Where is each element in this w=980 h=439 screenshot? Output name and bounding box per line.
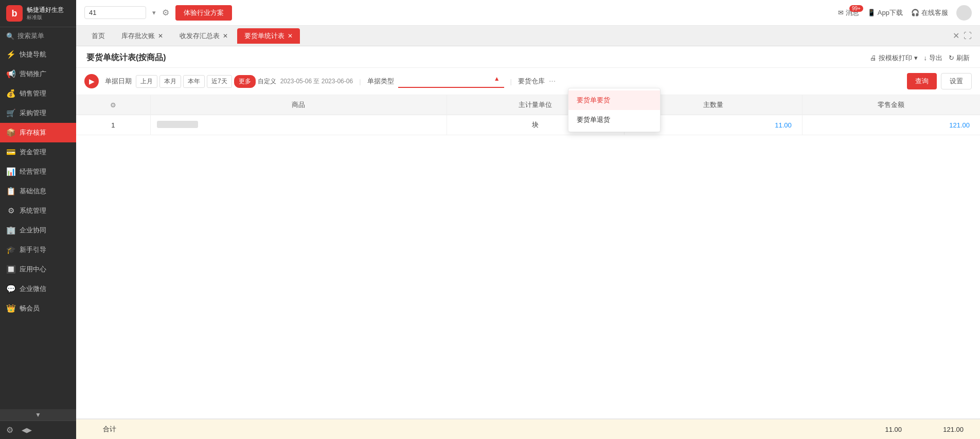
filter-separator-2: | [510,78,512,85]
type-selector-input[interactable] [398,75,504,88]
dropdown-option-0[interactable]: 要货单要货 [568,90,660,110]
sidebar-item-label: 快捷导航 [20,50,46,59]
sidebar-bottom: ⚙ ◀▶ [0,420,76,439]
system-icon: ⚙ [6,206,15,215]
print-template-btn[interactable]: 🖨 按模板打印 ▾ [870,53,918,63]
sidebar-item-label: 应用中心 [20,265,46,274]
export-icon: ↓ [924,54,928,62]
sidebar-item-appstore[interactable]: 🔲 应用中心 [0,260,76,279]
tab-home-label: 首页 [92,31,105,41]
tab-order-stats-label: 要货单统计表 [244,31,284,41]
retail-amount-link[interactable]: 121.00 [949,121,970,129]
app-logo-icon: b [6,5,23,22]
tab-receipt-summary-close[interactable]: ✕ [223,32,228,40]
filter-expand-btn[interactable]: ▶ [84,74,99,88]
sidebar-item-purchase[interactable]: 🛒 采购管理 [0,103,76,123]
7days-btn[interactable]: 近7天 [207,75,232,88]
sidebar-item-wechat[interactable]: 💬 企业微信 [0,279,76,299]
more-dates-btn[interactable]: 更多 [234,75,256,88]
app-edition: 标准版 [27,14,64,21]
sidebar-item-label: 企业微信 [20,284,46,294]
this-month-btn[interactable]: 本月 [159,75,181,88]
appstore-icon: 🔲 [6,265,15,274]
quantity-link[interactable]: 11.00 [775,121,792,129]
guide-icon: 🎓 [6,245,15,254]
sidebar-item-label: 企业协同 [20,226,46,235]
app-download-btn[interactable]: 📱 App下载 [867,8,903,17]
sidebar-scroll-down[interactable]: ▼ [0,409,76,420]
tab-receipt-summary[interactable]: 收发存汇总表 ✕ [172,28,235,44]
tab-inventory-batch-close[interactable]: ✕ [158,32,163,40]
main-area: ▾ ⚙ 体验行业方案 ✉ 消息 99+ 📱 App下载 🎧 在线客服 首页 [76,0,980,439]
export-btn[interactable]: ↓ 导出 [924,53,943,63]
tab-order-stats[interactable]: 要货单统计表 ✕ [237,28,300,44]
tab-more-icon[interactable]: ✕ [953,31,959,41]
filter-bar: ▶ 单据日期 上月 本月 本年 近7天 更多 自定义 2023-05-06 至 … [76,68,980,95]
settings-btn[interactable]: 设置 [941,73,972,89]
messages-btn[interactable]: ✉ 消息 99+ [838,8,859,17]
base-icon: 📋 [6,187,15,196]
online-service-btn[interactable]: 🎧 在线客服 [911,8,948,17]
sidebar-item-operations[interactable]: 📊 经营管理 [0,162,76,181]
sidebar-nav: ⚡ 快捷导航 📢 营销推广 💰 销售管理 🛒 采购管理 📦 库存核算 💳 资金管… [0,45,76,409]
sidebar-search[interactable]: 🔍 搜索菜单 [0,27,76,45]
tab-expand-icon[interactable]: ⛶ [964,31,972,41]
sidebar-item-label: 基础信息 [20,187,46,196]
sidebar-item-marketing[interactable]: 📢 营销推广 [0,64,76,84]
operations-icon: 📊 [6,167,15,176]
tab-home[interactable]: 首页 [84,28,112,44]
app-download-label: App下载 [878,8,903,17]
trial-btn[interactable]: 体验行业方案 [175,5,232,21]
table-header-row: ⚙ 商品 主计量单位 主数量 零售金额 [76,95,980,115]
sidebar-item-guide[interactable]: 🎓 新手引导 [0,240,76,260]
table-container: ⚙ 商品 主计量单位 主数量 零售金额 1 块 [76,95,980,418]
tab-receipt-summary-label: 收发存汇总表 [180,31,220,41]
column-settings-icon[interactable]: ⚙ [110,101,116,109]
print-template-label: 按模板打印 [879,53,912,63]
topbar-gear-icon[interactable]: ⚙ [162,8,169,17]
sidebar-item-quick-nav[interactable]: ⚡ 快捷导航 [0,45,76,64]
query-btn[interactable]: 查询 [907,73,937,89]
tab-inventory-batch[interactable]: 库存批次账 ✕ [114,28,170,44]
tab-inventory-batch-label: 库存批次账 [121,31,155,41]
online-service-label: 在线客服 [921,8,948,17]
chevron-down-icon: ▾ [152,9,156,16]
dropdown-option-1[interactable]: 要货单退货 [568,110,660,130]
refresh-label: 刷新 [956,53,970,63]
sales-icon: 💰 [6,89,15,98]
sidebar-item-member[interactable]: 👑 畅会员 [0,299,76,318]
last-month-btn[interactable]: 上月 [136,75,157,88]
refresh-btn[interactable]: ↻ 刷新 [949,53,970,63]
sidebar-item-label: 系统管理 [20,206,46,215]
sidebar-item-inventory[interactable]: 📦 库存核算 [0,123,76,142]
product-placeholder [157,121,198,128]
custom-date-btn[interactable]: 自定义 [258,77,276,86]
row-retail-amount: 121.00 [802,115,980,135]
sidebar-item-finance[interactable]: 💳 资金管理 [0,142,76,162]
export-label: 导出 [929,53,942,63]
settings-icon[interactable]: ⚙ [6,425,13,435]
type-selector-group: 单据类型 ▲ 要货单要货 要货单退货 [367,75,504,88]
sidebar-item-label: 营销推广 [20,69,46,79]
sidebar-item-sales[interactable]: 💰 销售管理 [0,84,76,103]
row-index: 1 [76,115,150,135]
collapse-icon[interactable]: ◀▶ [22,426,32,434]
this-year-btn[interactable]: 本年 [183,75,205,88]
topbar-right: ✉ 消息 99+ 📱 App下载 🎧 在线客服 [838,5,972,21]
print-chevron-icon: ▾ [914,54,918,62]
tab-order-stats-close[interactable]: ✕ [288,32,293,40]
wechat-icon: 💬 [6,284,15,294]
sidebar-item-enterprise[interactable]: 🏢 企业协同 [0,221,76,240]
warehouse-more-icon[interactable]: ··· [549,77,556,86]
sidebar-item-label: 销售管理 [20,89,46,98]
sidebar-item-base[interactable]: 📋 基础信息 [0,181,76,201]
refresh-icon: ↻ [949,54,954,62]
user-avatar[interactable] [956,5,972,21]
col-retail-amount: 零售金额 [802,95,980,115]
app-name: 畅捷通好生意 [27,6,64,14]
footer-retail-amount: 121.00 [912,426,974,433]
date-filter-label: 单据日期 [105,77,132,86]
type-selector-arrow-icon[interactable]: ▲ [494,75,500,82]
sidebar-item-system[interactable]: ⚙ 系统管理 [0,201,76,221]
breadcrumb-input[interactable] [84,6,146,19]
